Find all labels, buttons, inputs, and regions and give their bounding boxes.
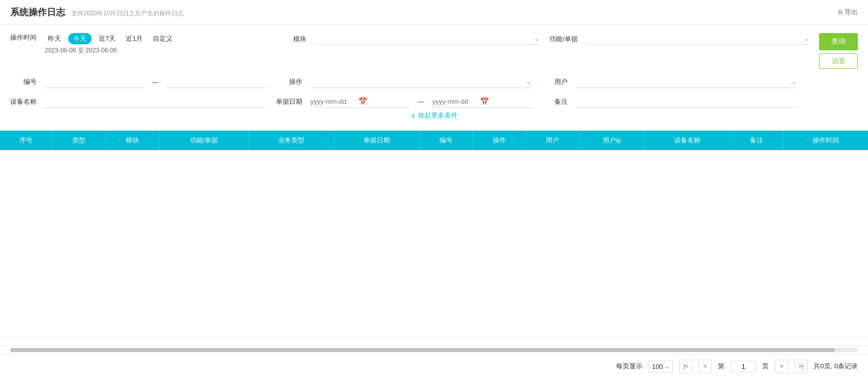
time-label: 操作时间 bbox=[10, 33, 41, 42]
total-text: 共0页, 0条记录 bbox=[814, 362, 858, 371]
page-title: 系统操作日志 bbox=[10, 6, 65, 18]
module-filter-group: 模块 ⌄ bbox=[280, 33, 540, 45]
remark-input[interactable] bbox=[576, 96, 797, 108]
page-first-button[interactable]: |< bbox=[679, 360, 692, 373]
function-filter-group: 功能/单据 ⌄ bbox=[549, 33, 809, 45]
filter-row-3: 设备名称 单据日期 📅 — 📅 备注 bbox=[10, 95, 858, 108]
empty-cell bbox=[0, 150, 868, 339]
date-start-input[interactable] bbox=[311, 98, 356, 105]
time-filter-group: 操作时间 昨天 今天 近7天 近1月 自定义 2023-06-06 至 2023… bbox=[10, 33, 270, 55]
col-op-time: 操作时间 bbox=[783, 131, 868, 150]
empty-area bbox=[4, 155, 864, 333]
col-user: 用户 bbox=[526, 131, 579, 150]
date-start-wrap: 📅 bbox=[311, 95, 409, 108]
col-user-ip: 用户ip bbox=[579, 131, 645, 150]
table-area: 序号 类型 模块 功能/单据 业务类型 单据日期 编号 操作 用户 用户ip 设… bbox=[0, 131, 868, 345]
date-end-input[interactable] bbox=[432, 98, 478, 105]
scroll-area bbox=[0, 345, 868, 354]
col-biztype: 业务类型 bbox=[249, 131, 334, 150]
number-input-end[interactable] bbox=[166, 76, 265, 88]
filter-row-1: 操作时间 昨天 今天 近7天 近1月 自定义 2023-06-06 至 2023… bbox=[10, 33, 858, 69]
collapse-bar: ∧ 收起更多条件 bbox=[10, 108, 858, 125]
export-button[interactable]: ⎘ 导出 bbox=[838, 8, 858, 17]
time-btn-today[interactable]: 今天 bbox=[68, 33, 92, 44]
device-label: 设备名称 bbox=[10, 97, 41, 106]
per-page-value: 100 bbox=[652, 363, 663, 370]
col-operation: 操作 bbox=[472, 131, 525, 150]
user-label: 用户 bbox=[541, 77, 572, 86]
function-select[interactable]: ⌄ bbox=[586, 33, 809, 45]
function-dropdown-icon: ⌄ bbox=[804, 35, 809, 42]
module-dropdown-icon: ⌄ bbox=[534, 35, 539, 42]
remark-label: 备注 bbox=[541, 97, 572, 106]
date-filter-group: 单据日期 📅 — 📅 bbox=[276, 95, 531, 108]
calendar-start-icon[interactable]: 📅 bbox=[358, 97, 367, 105]
settings-button[interactable]: 设置 bbox=[819, 53, 858, 69]
calendar-end-icon[interactable]: 📅 bbox=[480, 97, 489, 105]
page-input[interactable] bbox=[731, 361, 756, 372]
number-label: 编号 bbox=[10, 77, 41, 86]
time-btn-yesterday[interactable]: 昨天 bbox=[45, 33, 64, 44]
filter-row-2: 编号 — 操作 ⌄ 用户 ⌄ bbox=[10, 76, 858, 88]
time-options: 昨天 今天 近7天 近1月 自定义 bbox=[45, 33, 176, 44]
date-dash: — bbox=[413, 98, 428, 105]
empty-row bbox=[0, 150, 868, 339]
header-left: 系统操作日志 支持2020年10月31日之后产生的操作日志 bbox=[10, 6, 184, 18]
date-label: 单据日期 bbox=[276, 97, 306, 106]
operation-label: 操作 bbox=[276, 77, 306, 86]
col-date: 单据日期 bbox=[334, 131, 419, 150]
scrollbar-track[interactable] bbox=[10, 348, 858, 352]
user-select[interactable]: ⌄ bbox=[576, 76, 797, 88]
time-range-text: 2023-06-06 至 2023-06-06 bbox=[45, 46, 176, 55]
per-page-dropdown-icon: ⌄ bbox=[665, 363, 669, 370]
export-icon: ⎘ bbox=[838, 8, 843, 16]
number-dash: — bbox=[148, 78, 162, 86]
pagination-bar: 每页显示 100 ⌄ |< < 第 页 > >| 共0页, 0条记录 bbox=[0, 354, 868, 378]
col-remark: 备注 bbox=[730, 131, 783, 150]
user-filter-group: 用户 ⌄ bbox=[541, 76, 797, 88]
per-page-select[interactable]: 100 ⌄ bbox=[649, 361, 674, 372]
time-group: 昨天 今天 近7天 近1月 自定义 2023-06-06 至 2023-06-0… bbox=[45, 33, 176, 55]
operation-dropdown-icon: ⌄ bbox=[526, 78, 531, 85]
query-button[interactable]: 查询 bbox=[819, 33, 858, 50]
time-btn-1month[interactable]: 近1月 bbox=[123, 33, 146, 44]
filter-area: 操作时间 昨天 今天 近7天 近1月 自定义 2023-06-06 至 2023… bbox=[0, 25, 868, 131]
scrollbar-thumb[interactable] bbox=[10, 348, 835, 352]
collapse-label: 收起更多条件 bbox=[418, 111, 458, 120]
table-header: 序号 类型 模块 功能/单据 业务类型 单据日期 编号 操作 用户 用户ip 设… bbox=[0, 131, 868, 150]
time-btn-custom[interactable]: 自定义 bbox=[150, 33, 176, 44]
page-last-button[interactable]: >| bbox=[794, 360, 807, 373]
page-header: 系统操作日志 支持2020年10月31日之后产生的操作日志 ⎘ 导出 bbox=[0, 0, 868, 25]
data-table: 序号 类型 模块 功能/单据 业务类型 单据日期 编号 操作 用户 用户ip 设… bbox=[0, 131, 868, 339]
col-module: 模块 bbox=[106, 131, 159, 150]
module-label: 模块 bbox=[280, 35, 311, 44]
number-input-start[interactable] bbox=[45, 76, 144, 88]
col-number: 编号 bbox=[419, 131, 472, 150]
number-filter-group: 编号 — bbox=[10, 76, 266, 88]
table-body bbox=[0, 150, 868, 339]
per-page-label: 每页显示 bbox=[616, 362, 642, 371]
page-subtitle: 支持2020年10月31日之后产生的操作日志 bbox=[71, 9, 184, 18]
col-type: 类型 bbox=[52, 131, 105, 150]
module-select[interactable]: ⌄ bbox=[315, 33, 540, 45]
operation-filter-group: 操作 ⌄ bbox=[276, 76, 531, 88]
table-header-row: 序号 类型 模块 功能/单据 业务类型 单据日期 编号 操作 用户 用户ip 设… bbox=[0, 131, 868, 150]
page-prev-button[interactable]: < bbox=[698, 360, 712, 373]
export-label: 导出 bbox=[845, 8, 858, 17]
time-btn-7days[interactable]: 近7天 bbox=[96, 33, 119, 44]
collapse-button[interactable]: ∧ 收起更多条件 bbox=[411, 111, 458, 120]
page-unit: 页 bbox=[762, 362, 769, 371]
col-index: 序号 bbox=[0, 131, 52, 150]
function-label: 功能/单据 bbox=[549, 35, 582, 44]
date-end-wrap: 📅 bbox=[432, 95, 531, 108]
page-next-button[interactable]: > bbox=[775, 360, 788, 373]
device-filter-group: 设备名称 bbox=[10, 96, 266, 108]
operation-select[interactable]: ⌄ bbox=[311, 76, 531, 88]
page-label: 第 bbox=[718, 362, 724, 371]
user-dropdown-icon: ⌄ bbox=[792, 78, 797, 85]
col-function: 功能/单据 bbox=[159, 131, 248, 150]
device-input[interactable] bbox=[45, 96, 266, 108]
filter-buttons: 查询 设置 bbox=[819, 33, 858, 69]
col-device: 设备名称 bbox=[645, 131, 730, 150]
remark-filter-group: 备注 bbox=[541, 96, 797, 108]
